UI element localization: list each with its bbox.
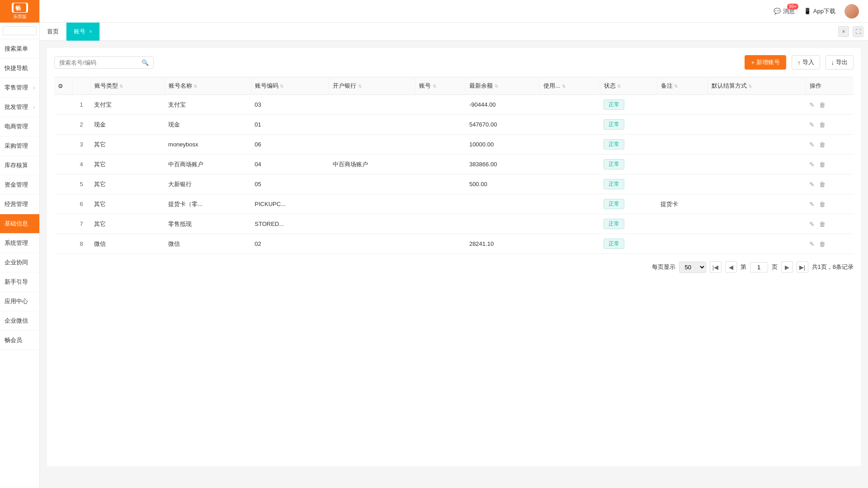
cell-bank-2 bbox=[329, 135, 415, 155]
sidebar-item-应用中心[interactable]: 应用中心 bbox=[0, 292, 39, 311]
delete-button-7[interactable]: 🗑 bbox=[819, 240, 826, 248]
cell-num-0: 1 bbox=[72, 95, 90, 115]
edit-button-4[interactable]: ✎ bbox=[809, 181, 815, 188]
next-page-button[interactable]: ▶ bbox=[781, 261, 793, 273]
import-button[interactable]: ↑ 导入 bbox=[792, 55, 820, 70]
cell-bank-6 bbox=[329, 214, 415, 234]
add-account-button[interactable]: + 新增账号 bbox=[745, 55, 786, 70]
user-avatar[interactable] bbox=[844, 4, 859, 19]
first-page-button[interactable]: |◀ bbox=[710, 261, 722, 273]
sidebar-item-新手引导[interactable]: 新手引导 bbox=[0, 272, 39, 292]
tab-close-icon[interactable]: × bbox=[89, 28, 92, 35]
col-type[interactable]: 账号类型 ⇅ bbox=[90, 77, 165, 95]
sidebar-search-area[interactable] bbox=[0, 23, 39, 39]
cell-account-3 bbox=[415, 155, 466, 174]
tab-close-button[interactable]: × bbox=[838, 26, 849, 37]
tab-account[interactable]: 账号 × bbox=[66, 23, 100, 41]
cell-account-4 bbox=[415, 174, 466, 194]
cell-bank-3: 中百商场账户 bbox=[329, 155, 415, 174]
search-icon: 🔍 bbox=[142, 59, 149, 66]
col-status[interactable]: 状态 ⇅ bbox=[600, 77, 657, 95]
col-balance[interactable]: 最新余额 ⇅ bbox=[466, 77, 540, 95]
status-badge: 正常 bbox=[604, 99, 624, 110]
col-account[interactable]: 账号 ⇅ bbox=[415, 77, 466, 95]
page-size-select[interactable]: 50 10 20 100 bbox=[679, 262, 706, 273]
tab-home[interactable]: 首页 bbox=[40, 23, 66, 41]
status-badge: 正常 bbox=[604, 119, 624, 130]
search-box[interactable]: 🔍 bbox=[54, 56, 154, 69]
sidebar-item-label: 快捷导航 bbox=[5, 64, 28, 72]
cell-action-5: ✎ 🗑 bbox=[806, 194, 854, 214]
sidebar-item-库存核算[interactable]: 库存核算 bbox=[0, 156, 39, 175]
col-default-settle[interactable]: 默认结算方式 ⇅ bbox=[708, 77, 806, 95]
cell-status-5: 正常 bbox=[600, 194, 657, 214]
cell-code-0: 03 bbox=[251, 95, 329, 115]
cell-settings-5 bbox=[54, 194, 72, 214]
sidebar-item-快捷导航[interactable]: 快捷导航 bbox=[0, 59, 39, 78]
chat-icon: 💬 bbox=[774, 8, 781, 14]
content-card: 🔍 + 新增账号 ↑ 导入 ↓ 导出 bbox=[47, 48, 861, 466]
col-settings[interactable]: ⚙ bbox=[54, 77, 72, 95]
sidebar-item-label: 企业微信 bbox=[5, 317, 28, 325]
col-bank[interactable]: 开户银行 ⇅ bbox=[329, 77, 415, 95]
cell-num-5: 6 bbox=[72, 194, 90, 214]
sidebar-item-搜索菜单[interactable]: 搜索菜单 bbox=[0, 39, 39, 59]
cell-num-1: 2 bbox=[72, 115, 90, 135]
cell-status-1: 正常 bbox=[600, 115, 657, 135]
sidebar-item-采购管理[interactable]: 采购管理 bbox=[0, 136, 39, 156]
page-input[interactable] bbox=[750, 262, 768, 272]
import-label: 导入 bbox=[802, 58, 814, 66]
sidebar-item-label: 批发管理 bbox=[5, 103, 28, 111]
delete-button-5[interactable]: 🗑 bbox=[819, 201, 826, 208]
export-label: 导出 bbox=[836, 58, 848, 66]
cell-usage-3 bbox=[540, 155, 600, 174]
col-code[interactable]: 账号编码 ⇅ bbox=[251, 77, 329, 95]
delete-button-4[interactable]: 🗑 bbox=[819, 181, 826, 188]
cell-settings-3 bbox=[54, 155, 72, 174]
last-page-button[interactable]: ▶| bbox=[797, 261, 808, 273]
tab-fullscreen-button[interactable]: ⛶ bbox=[853, 26, 863, 37]
sidebar-item-批发管理[interactable]: 批发管理› bbox=[0, 98, 39, 117]
sidebar-item-畅会员[interactable]: 畅会员 bbox=[0, 331, 39, 350]
delete-button-1[interactable]: 🗑 bbox=[819, 121, 826, 128]
edit-button-6[interactable]: ✎ bbox=[809, 221, 815, 228]
edit-button-3[interactable]: ✎ bbox=[809, 161, 815, 168]
edit-button-5[interactable]: ✎ bbox=[809, 201, 815, 208]
sidebar-item-label: 资金管理 bbox=[5, 181, 28, 189]
sidebar-item-系统管理[interactable]: 系统管理 bbox=[0, 234, 39, 253]
delete-button-3[interactable]: 🗑 bbox=[819, 161, 826, 168]
edit-button-0[interactable]: ✎ bbox=[809, 101, 815, 108]
edit-button-2[interactable]: ✎ bbox=[809, 141, 815, 148]
chevron-icon: › bbox=[33, 85, 35, 90]
delete-button-6[interactable]: 🗑 bbox=[819, 221, 826, 228]
col-usage[interactable]: 使用... ⇅ bbox=[540, 77, 600, 95]
message-button[interactable]: 💬 消息 99+ bbox=[774, 7, 795, 15]
cell-status-4: 正常 bbox=[600, 174, 657, 194]
cell-usage-0 bbox=[540, 95, 600, 115]
sidebar-item-企业微信[interactable]: 企业微信 bbox=[0, 311, 39, 331]
cell-account-0 bbox=[415, 95, 466, 115]
col-name[interactable]: 账号名称 ⇅ bbox=[165, 77, 251, 95]
delete-button-2[interactable]: 🗑 bbox=[819, 141, 826, 148]
cell-remark-4 bbox=[657, 174, 708, 194]
sidebar-item-基础信息[interactable]: 基础信息 bbox=[0, 214, 39, 234]
search-input[interactable] bbox=[59, 59, 139, 66]
delete-button-0[interactable]: 🗑 bbox=[819, 101, 826, 108]
export-button[interactable]: ↓ 导出 bbox=[826, 55, 854, 70]
sidebar-item-零售管理[interactable]: 零售管理› bbox=[0, 78, 39, 98]
sidebar-item-资金管理[interactable]: 资金管理 bbox=[0, 175, 39, 195]
cell-usage-7 bbox=[540, 234, 600, 254]
cell-code-1: 01 bbox=[251, 115, 329, 135]
app-download-button[interactable]: 📱 App下载 bbox=[804, 7, 835, 15]
col-remark[interactable]: 备注 ⇅ bbox=[657, 77, 708, 95]
table-row: 1 支付宝 支付宝 03 -90444.00 正常 ✎ 🗑 bbox=[54, 95, 854, 115]
sidebar-item-经营管理[interactable]: 经营管理 bbox=[0, 195, 39, 214]
sidebar-item-企业协同[interactable]: 企业协同 bbox=[0, 253, 39, 272]
sidebar-search-input[interactable] bbox=[3, 26, 37, 35]
edit-button-7[interactable]: ✎ bbox=[809, 240, 815, 248]
cell-type-5: 其它 bbox=[90, 194, 165, 214]
prev-page-button[interactable]: ◀ bbox=[725, 261, 737, 273]
edit-button-1[interactable]: ✎ bbox=[809, 121, 815, 128]
cell-settings-1 bbox=[54, 115, 72, 135]
sidebar-item-电商管理[interactable]: 电商管理 bbox=[0, 117, 39, 136]
